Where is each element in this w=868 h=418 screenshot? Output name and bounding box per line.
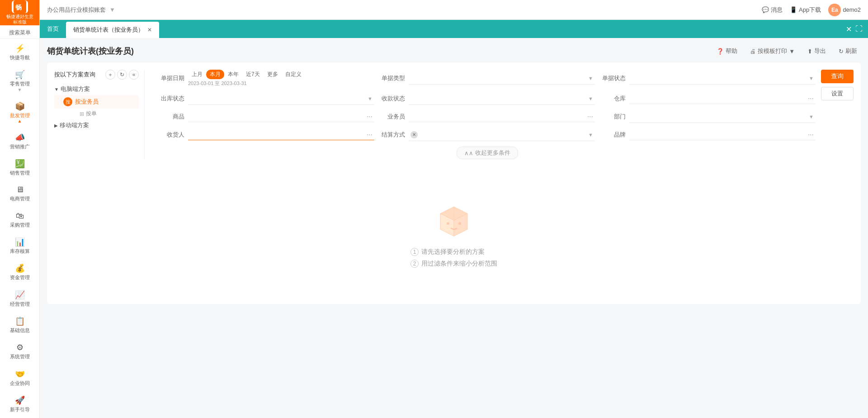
tab-close-icon[interactable]: ✕ [147,27,152,33]
scheme-group-desktop-header[interactable]: ▼ 电脑端方案 [54,83,139,95]
out-status-select[interactable]: ▼ [188,92,374,105]
filter-layout: 按以下方案查询 ＋ ↻ « ▼ 电脑端方案 [54,70,854,159]
brand-input[interactable] [629,129,816,140]
date-btn-last-month[interactable]: 上月 [188,70,206,79]
tab-sales-stat[interactable]: 销货单统计表（按业务员） ✕ [66,22,159,38]
add-scheme-btn[interactable]: ＋ [105,70,115,80]
out-status-label: 出库状态 [159,95,184,103]
scheme-item-order[interactable]: ⊞ 按单 [67,109,139,118]
date-btn-last7[interactable]: 近7天 [242,70,264,79]
empty-hints: 1 请先选择要分析的方案 2 用过滤条件来缩小分析范围 [410,248,497,268]
salesperson-input[interactable] [409,111,595,122]
help-label: 帮助 [726,47,737,55]
receipt-status-input-wrap: ▼ [409,92,595,105]
consignee-dots[interactable]: ··· [367,131,373,139]
page-content: 销货单统计表(按业务员) ❓ 帮助 🖨 按模板打印 ▼ ⬆ 导出 ↻ 刷新 [40,38,868,418]
salesperson-dots[interactable]: ··· [587,113,593,121]
tab-close-all-icon[interactable]: ✕ [846,25,852,33]
finance-icon: 💰 [15,263,25,273]
sidebar-search-item[interactable]: 搜索菜单 [0,25,39,39]
collapse-btn[interactable]: ∧∧ 收起更多条件 [457,147,518,159]
empty-hint-1: 1 请先选择要分析的方案 [410,248,497,256]
topbar-title: 办公用品行业模拟账套 [47,6,106,14]
sidebar-logo: 畅 畅捷通好生意 标准版 [0,0,39,25]
receipt-status-select[interactable]: ▼ [409,92,595,105]
brand-input-wrap: ··· [629,129,816,140]
sidebar-item-basic[interactable]: 📋 基础信息 [0,312,39,338]
sidebar-item-finance[interactable]: 💰 资金管理 [0,259,39,285]
date-btn-custom[interactable]: 自定义 [282,70,305,79]
sidebar-item-sales[interactable]: 💹 销售管理 [0,154,39,180]
newbie-icon: 🚀 [15,395,25,405]
app-download-btn[interactable]: 📱 App下载 [790,6,821,14]
filter-sidebar-actions: ＋ ↻ « [105,70,139,80]
scheme-item-salesperson[interactable]: 按 按业务员 [54,95,139,109]
date-btn-more[interactable]: 更多 [264,70,282,79]
sidebar-item-shortcuts[interactable]: ⚡ 快捷导航 [0,39,39,65]
enterprise-icon: 🤝 [15,369,25,379]
sidebar-item-wholesale[interactable]: 📦 批发管理 ▲ [0,97,39,128]
message-icon: 💬 [762,6,769,13]
svg-text:畅: 畅 [15,4,22,11]
print-btn[interactable]: 🖨 按模板打印 ▼ [746,45,798,57]
topbar-dropdown-icon[interactable]: ▼ [109,6,115,13]
doc-type-select[interactable]: ▼ [409,72,595,85]
tab-home[interactable]: 首页 [40,20,66,38]
print-label: 按模板打印 [758,47,787,55]
doc-status-select[interactable]: ▼ [629,72,816,85]
export-btn[interactable]: ⬆ 导出 [804,45,830,57]
collapse-icon: ∧∧ [464,150,473,157]
inventory-label: 库存核算 [10,248,30,254]
warehouse-input[interactable] [629,93,816,104]
query-settings-col: 查询 设置 [821,70,854,159]
sidebar-item-retail[interactable]: 🛒 零售管理 ▼ [0,65,39,96]
filter-field-date: 单据日期 上月 本月 本年 近7天 更多 自定义 [159,70,374,87]
sidebar-item-newbie[interactable]: 🚀 新手引导 [0,391,39,417]
print-dropdown-icon[interactable]: ▼ [789,48,795,55]
scheme-order-label: 按单 [86,110,97,118]
user-menu[interactable]: Ea demo2 [828,4,861,16]
scheme-sub-order: ⊞ 按单 [54,109,139,118]
sidebar-item-marketing[interactable]: 📣 营销推广 [0,128,39,154]
message-btn[interactable]: 💬 消息 [762,6,783,14]
scheme-group-mobile-header[interactable]: ▶ 移动端方案 [54,119,139,131]
search-menu-label[interactable]: 搜索菜单 [9,29,31,36]
sidebar-item-system[interactable]: ⚙ 系统管理 [0,338,39,364]
settlement-tag-close[interactable]: ✕ [410,131,418,138]
export-label: 导出 [814,47,826,55]
department-select[interactable]: ▼ [629,110,816,123]
date-btn-this-year[interactable]: 本年 [224,70,242,79]
filter-field-department: 部门 ▼ [600,110,816,123]
goods-dots[interactable]: ··· [367,113,373,121]
sidebar-item-operations[interactable]: 📈 经营管理 [0,285,39,312]
sidebar-item-ecommerce[interactable]: 🖥 电商管理 [0,180,39,206]
sidebar-item-inventory[interactable]: 📊 库存核算 [0,233,39,259]
date-btn-this-month[interactable]: 本月 [206,70,224,79]
tab-maximize-icon[interactable]: ⛶ [855,25,863,33]
warehouse-input-wrap: ··· [629,93,816,104]
empty-icon [431,195,476,241]
filter-sidebar-header: 按以下方案查询 ＋ ↻ « [54,70,139,80]
refresh-icon: ↻ [839,48,844,55]
sidebar-item-purchase[interactable]: 🛍 采购管理 [0,207,39,233]
refresh-scheme-btn[interactable]: ↻ [117,70,127,80]
tabbar-controls: ✕ ⛶ [846,25,863,33]
collapse-sidebar-btn[interactable]: « [129,70,139,80]
department-input-wrap: ▼ [629,110,816,123]
query-btn[interactable]: 查询 [821,70,854,83]
settings-btn[interactable]: 设置 [821,87,854,100]
settlement-chevron[interactable]: ▼ [588,132,593,138]
receipt-status-chevron: ▼ [588,96,593,101]
refresh-btn[interactable]: ↻ 刷新 [835,45,861,57]
hint-2-text: 用过滤条件来缩小分析范围 [421,260,497,268]
operations-label: 经营管理 [10,301,30,307]
sidebar-item-enterprise[interactable]: 🤝 企业协同 [0,365,39,391]
consignee-input[interactable] [188,129,374,140]
goods-input[interactable] [188,111,374,122]
date-input-wrap: 上月 本月 本年 近7天 更多 自定义 2023-03-01 至 2023-03… [188,70,374,87]
warehouse-dots[interactable]: ··· [808,95,814,103]
doc-status-input-wrap: ▼ [629,72,816,85]
retail-label: 零售管理 [10,81,30,87]
help-btn[interactable]: ❓ 帮助 [713,45,741,57]
brand-dots[interactable]: ··· [808,131,814,139]
